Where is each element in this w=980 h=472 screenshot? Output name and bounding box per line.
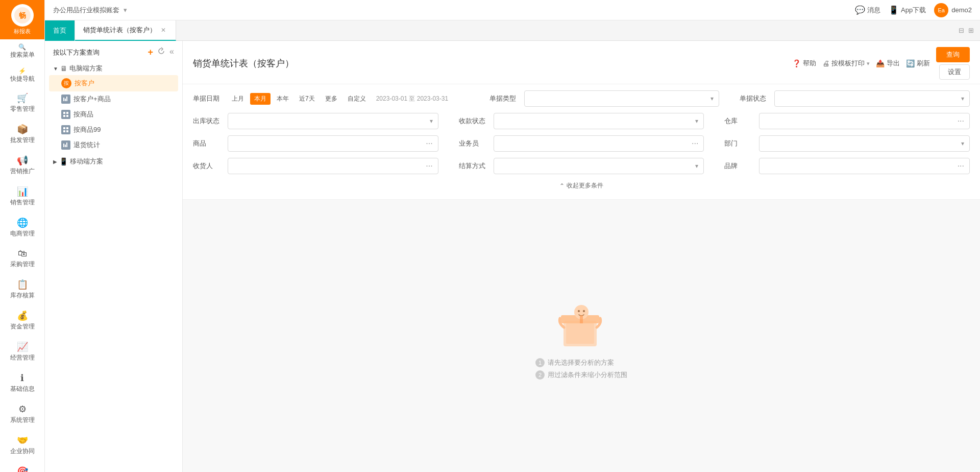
retail-icon: 🛒 xyxy=(17,92,28,104)
department-filter: 部门 ▾ xyxy=(724,135,970,152)
message-icon: 💬 xyxy=(855,5,865,15)
query-button[interactable]: 查询 xyxy=(936,47,970,62)
tip-num-1: 1 xyxy=(535,358,545,367)
sidebar-item-ecommerce[interactable]: 🌐 电商管理 xyxy=(0,212,44,243)
mobile-group-header[interactable]: ▶ 📱 移动端方案 xyxy=(49,155,178,168)
sidebar-item-retail[interactable]: 🛒 零售管理 xyxy=(0,87,44,119)
receiver-input[interactable]: ··· xyxy=(228,158,438,174)
sidebar-item-marketing[interactable]: 📢 营销推广 xyxy=(0,150,44,181)
out-status-select[interactable]: ▾ xyxy=(228,113,438,129)
svg-rect-6 xyxy=(66,112,68,114)
by-customer-product-icon xyxy=(61,95,70,104)
date-tab-more[interactable]: 更多 xyxy=(321,93,341,105)
settings-button[interactable]: 设置 xyxy=(939,64,970,80)
by-customer-icon: 按 xyxy=(61,78,71,88)
header-dropdown-icon[interactable]: ▾ xyxy=(124,6,127,14)
salesperson-filter: 业务员 ··· xyxy=(459,135,704,152)
date-tab-this-month[interactable]: 本月 xyxy=(250,93,271,105)
sidebar-item-enterprise[interactable]: 🤝 企业协同 xyxy=(0,430,44,461)
avatar: Ea xyxy=(934,3,948,17)
warehouse-label: 仓库 xyxy=(724,116,755,126)
department-label: 部门 xyxy=(724,139,755,148)
finance-icon: 💰 xyxy=(17,310,28,321)
sidebar-item-purchase[interactable]: 🛍 采购管理 xyxy=(0,243,44,274)
help-button[interactable]: ❓ 帮助 xyxy=(792,59,816,68)
scheme-item-return-stat[interactable]: 退货统计 xyxy=(49,137,178,153)
scheme-item-by-customer[interactable]: 按 按客户 xyxy=(49,75,178,91)
print-dropdown-icon[interactable]: ▾ xyxy=(867,60,870,67)
sidebar-item-basic[interactable]: ℹ 基础信息 xyxy=(0,367,44,398)
warehouse-dots[interactable]: ··· xyxy=(958,116,964,126)
receiver-dots[interactable]: ··· xyxy=(426,161,432,171)
sidebar-item-wholesale[interactable]: 📦 批发管理 xyxy=(0,119,44,150)
minimize-icon[interactable]: ⊟ xyxy=(959,27,964,34)
app-download-button[interactable]: 📱 App下载 xyxy=(889,5,926,15)
product-filter: 商品 ··· xyxy=(193,135,438,152)
ecommerce-icon: 🌐 xyxy=(17,217,28,228)
sidebar-item-inventory[interactable]: 📋 库存核算 xyxy=(0,274,44,305)
sidebar-item-new-guide[interactable]: 🎯 新手引导 xyxy=(0,461,44,472)
sidebar-item-finance[interactable]: 💰 资金管理 xyxy=(0,305,44,336)
mobile-group-icon: 📱 xyxy=(59,157,68,166)
doc-status-select[interactable]: ▾ xyxy=(774,90,970,107)
add-scheme-button[interactable]: + xyxy=(148,47,154,58)
home-tab-label: 首页 xyxy=(53,26,66,35)
salesperson-input[interactable]: ··· xyxy=(494,135,704,152)
salesperson-dots[interactable]: ··· xyxy=(692,139,698,148)
sidebar-item-search-menu[interactable]: 🔍 搜索菜单 xyxy=(0,39,44,63)
tab-home[interactable]: 首页 xyxy=(45,20,75,41)
main-area: 办公用品行业模拟账套 ▾ 💬 消息 📱 App下载 Ea demo2 首页 xyxy=(45,0,980,472)
doc-type-select[interactable]: ▾ xyxy=(524,90,720,107)
logo-area[interactable]: 畅 标报表 xyxy=(0,0,44,39)
tip-text-2: 用过滤条件来缩小分析范围 xyxy=(548,370,627,380)
export-button[interactable]: 📤 导出 xyxy=(876,59,900,68)
desktop-group-header[interactable]: ▼ 🖥 电脑端方案 xyxy=(49,62,178,75)
collapse-filter-button[interactable]: ⌃ 收起更多条件 xyxy=(556,178,606,193)
product-input[interactable]: ··· xyxy=(228,135,438,152)
brand-input[interactable]: ··· xyxy=(759,158,970,174)
refresh-button[interactable]: 🔄 刷新 xyxy=(906,59,930,68)
tab-sales-stat[interactable]: 销货单统计表（按客户） ✕ xyxy=(75,20,176,41)
desktop-group-arrow: ▼ xyxy=(53,66,58,72)
doc-type-chevron: ▾ xyxy=(710,95,714,102)
user-menu[interactable]: Ea demo2 xyxy=(934,3,972,17)
scheme-item-label: 按商品 xyxy=(74,110,93,119)
date-tab-this-year[interactable]: 本年 xyxy=(273,93,293,105)
template-print-button[interactable]: 🖨 按模板打印 ▾ xyxy=(822,59,870,68)
collection-status-select[interactable]: ▾ xyxy=(494,113,704,129)
desktop-group-label: 电脑端方案 xyxy=(69,64,103,73)
refresh-scheme-button[interactable] xyxy=(157,47,165,58)
warehouse-input[interactable]: ··· xyxy=(759,113,970,129)
left-panel: 按以下方案查询 + « ▼ 🖥 电脑端方案 按 xyxy=(45,41,183,472)
date-tab-last-month[interactable]: 上月 xyxy=(228,93,248,105)
department-select[interactable]: ▾ xyxy=(759,135,970,152)
tab-close-button[interactable]: ✕ xyxy=(159,26,167,34)
mobile-group-label: 移动端方案 xyxy=(70,157,103,166)
svg-rect-2 xyxy=(63,98,64,101)
page-actions: ❓ 帮助 🖨 按模板打印 ▾ 📤 导出 🔄 刷新 xyxy=(792,47,970,80)
receiver-filter: 收货人 ··· xyxy=(193,158,438,174)
collapse-label: 收起更多条件 xyxy=(567,181,603,190)
sidebar-item-ops[interactable]: 📈 经营管理 xyxy=(0,336,44,367)
date-tab-custom[interactable]: 自定义 xyxy=(344,93,370,105)
sidebar-item-system[interactable]: ⚙ 系统管理 xyxy=(0,398,44,430)
brand-dots[interactable]: ··· xyxy=(958,161,964,171)
scheme-item-by-product[interactable]: 按商品 xyxy=(49,107,178,122)
quick-nav-icon: ⚡ xyxy=(18,67,26,75)
message-button[interactable]: 💬 消息 xyxy=(855,5,880,15)
collapse-panel-button[interactable]: « xyxy=(169,47,174,58)
scheme-item-by-customer-product[interactable]: 按客户+商品 xyxy=(49,91,178,107)
tab-maximize-button[interactable]: ⊟ ⊞ xyxy=(952,27,980,34)
svg-rect-13 xyxy=(63,144,64,147)
scheme-item-by-product-99[interactable]: 按商品99 xyxy=(49,122,178,137)
maximize-icon[interactable]: ⊞ xyxy=(968,27,974,34)
page-header: 销货单统计表（按客户） ❓ 帮助 🖨 按模板打印 ▾ 📤 导出 xyxy=(183,41,980,84)
ops-icon: 📈 xyxy=(17,341,28,352)
sidebar-item-quick-nav[interactable]: ⚡ 快捷导航 xyxy=(0,63,44,87)
settlement-select[interactable]: ▾ xyxy=(494,158,704,174)
out-status-chevron: ▾ xyxy=(430,117,433,125)
mobile-scheme-group: ▶ 📱 移动端方案 xyxy=(45,155,182,168)
date-tab-7days[interactable]: 近7天 xyxy=(295,93,319,105)
product-dots[interactable]: ··· xyxy=(426,139,432,148)
sidebar-item-sales[interactable]: 📊 销售管理 xyxy=(0,181,44,212)
